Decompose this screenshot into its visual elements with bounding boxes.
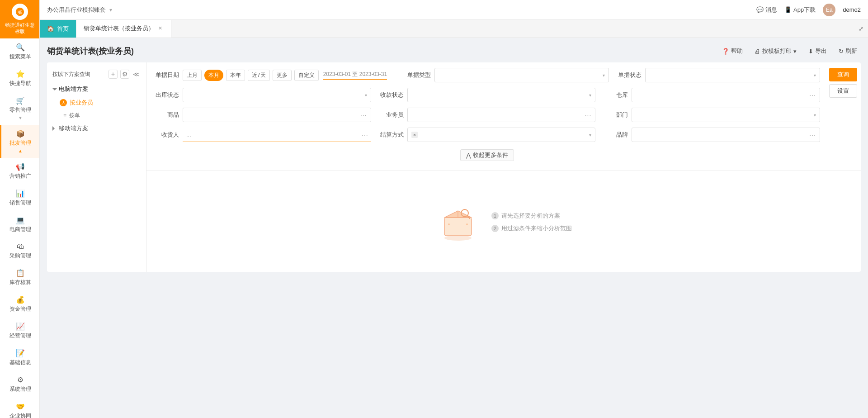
marketing-icon: 📢 (16, 162, 25, 171)
sidebar-item-marketing[interactable]: 📢 营销推广 (0, 158, 39, 185)
sidebar-item-inventory[interactable]: 📋 库存核算 (0, 264, 39, 291)
goods-control: ··· (183, 108, 371, 122)
scheme-settings-btn[interactable]: ⚙ (120, 70, 129, 79)
dept-select[interactable]: ▾ (632, 108, 820, 122)
topbar-right: 💬 消息 📱 App下载 Ea demo2 (756, 4, 861, 16)
date-range-display: 2023-03-01 至 2023-03-31 (323, 71, 387, 80)
date-btn-custom[interactable]: 自定义 (294, 70, 319, 81)
sidebar-item-cooperation[interactable]: 🤝 企业协同 (0, 398, 39, 418)
date-btn-this-month[interactable]: 本月 (204, 70, 223, 81)
sidebar-item-finance[interactable]: 💰 资金管理 (0, 291, 39, 318)
sidebar-item-sales[interactable]: 📊 销售管理 (0, 185, 39, 211)
tab-sales-stat[interactable]: 销货单统计表（按业务员） ✕ (76, 20, 171, 38)
breadcrumb-dropdown-icon[interactable]: ▾ (109, 7, 112, 13)
filter-salesman: 业务员 ··· (378, 108, 596, 122)
message-btn[interactable]: 💬 消息 (756, 6, 777, 14)
date-btn-7days[interactable]: 近7天 (248, 70, 270, 81)
date-filter-group: 上月 本月 本年 近7天 更多 自定义 2023-03-01 至 2023-03… (183, 70, 398, 81)
page-actions: ❓ 帮助 🖨 按模板打印 ▾ ⬇ 导出 ↻ 刷新 (718, 45, 861, 57)
filter-dept: 部门 ▾ (603, 108, 820, 122)
goods-dots-icon: ··· (360, 111, 367, 119)
avatar-label: Ea (826, 7, 833, 13)
scheme-header-actions: ＋ ⚙ ≪ (108, 70, 141, 79)
management-icon: 📈 (16, 322, 25, 331)
date-btn-last-month[interactable]: 上月 (183, 70, 202, 81)
bill-type-select[interactable]: ▾ (434, 68, 609, 82)
scheme-group-desktop-header[interactable]: 电脑端方案 (47, 82, 146, 96)
sidebar-item-search[interactable]: 🔍 搜索菜单 (0, 38, 39, 65)
query-button[interactable]: 查询 (829, 68, 857, 81)
sidebar-item-management[interactable]: 📈 经营管理 (0, 318, 39, 344)
app-download-btn[interactable]: 📱 App下载 (784, 6, 816, 14)
warehouse-label: 仓库 (603, 91, 628, 99)
settlement-clear-btn[interactable]: × (411, 132, 418, 138)
sidebar-item-retail[interactable]: 🛒 零售管理 ▼ (0, 92, 39, 125)
retail-arrow-icon: ▼ (18, 115, 23, 120)
sidebar-item-system[interactable]: ⚙ 系统管理 (0, 371, 39, 398)
sidebar-item-quicknav[interactable]: ⭐ 快捷导航 (0, 65, 39, 92)
sidebar-item-purchase[interactable]: 🛍 采购管理 (0, 238, 39, 264)
bill-type-label: 单据类型 (406, 71, 431, 79)
out-status-control: ▾ (183, 88, 371, 102)
salesman-select[interactable]: ··· (407, 108, 596, 122)
sidebar-item-basic-info[interactable]: 📝 基础信息 (0, 344, 39, 371)
search-nav-icon: 🔍 (16, 43, 25, 52)
sidebar: 畅 畅捷通好生意 标版 🔍 搜索菜单 ⭐ 快捷导航 🛒 零售管理 ▼ 📦 批发管… (0, 0, 40, 418)
refresh-btn[interactable]: ↻ 刷新 (835, 45, 861, 57)
scheme-item-by-bill[interactable]: ≡ 按单 (47, 109, 146, 122)
collapse-more-btn[interactable]: ⋀ 收起更多条件 (460, 149, 514, 161)
bill-status-select[interactable]: ▾ (645, 68, 820, 82)
sidebar-item-wholesale[interactable]: 📦 批发管理 ▲ (0, 125, 39, 158)
template-print-btn[interactable]: 🖨 按模板打印 ▾ (751, 45, 800, 57)
receiver-input[interactable] (183, 128, 371, 142)
scheme-collapse-btn[interactable]: ≪ (132, 70, 141, 79)
filter-row-4: 收货人 ··· 结算方式 (154, 128, 820, 142)
filter-layout: 按以下方案查询 ＋ ⚙ ≪ 电脑端方案 (47, 62, 861, 272)
tab-close-icon[interactable]: ✕ (157, 25, 164, 32)
logo-area[interactable]: 畅 畅捷通好生意 标版 (0, 0, 39, 38)
user-avatar[interactable]: Ea (823, 4, 835, 16)
sidebar-item-ecommerce[interactable]: 💻 电商管理 (0, 211, 39, 238)
payment-status-arrow-icon: ▾ (589, 93, 591, 98)
filter-area: 单据日期 上月 本月 本年 近7天 更多 自定义 (146, 62, 827, 170)
scheme-add-btn[interactable]: ＋ (108, 70, 118, 79)
warehouse-select[interactable]: ··· (632, 88, 820, 102)
setting-button[interactable]: 设置 (829, 84, 857, 98)
date-btn-this-year[interactable]: 本年 (226, 70, 245, 81)
bill-status-control: ▾ (645, 68, 820, 82)
tab-home[interactable]: 🏠 首页 (40, 20, 76, 38)
filter-receiver: 收货人 ··· (154, 128, 371, 142)
brand-select[interactable]: ··· (632, 128, 820, 142)
goods-select[interactable]: ··· (183, 108, 371, 122)
print-icon: 🖨 (755, 48, 760, 55)
scheme-group-mobile-header[interactable]: 移动端方案 (47, 122, 146, 135)
svg-point-2 (444, 235, 472, 241)
empty-texts: 1 请先选择要分析的方案 2 用过滤条件来缩小分析范围 (491, 212, 572, 233)
bill-status-label: 单据状态 (616, 71, 642, 79)
scheme-item-by-salesman[interactable]: 人 按业务员 (47, 96, 146, 109)
tab-expand-icon: ⤢ (859, 25, 863, 32)
help-btn[interactable]: ❓ 帮助 (718, 45, 746, 57)
refresh-icon: ↻ (839, 48, 844, 55)
main-area: 办公用品行业模拟账套 ▾ 💬 消息 📱 App下载 Ea demo2 🏠 首页 … (40, 0, 868, 418)
export-btn[interactable]: ⬇ 导出 (805, 45, 830, 57)
logo-icon: 畅 (12, 4, 28, 20)
inventory-icon: 📋 (16, 269, 25, 277)
filter-brand: 品牌 ··· (603, 128, 820, 142)
payment-status-select[interactable]: ▾ (407, 88, 596, 102)
warehouse-control: ··· (632, 88, 820, 102)
scheme-group-mobile: 移动端方案 (47, 122, 146, 135)
filter-out-status: 出库状态 ▾ (154, 88, 371, 102)
collapse-row: ⋀ 收起更多条件 (154, 147, 820, 165)
page-header: 销货单统计表(按业务员) ❓ 帮助 🖨 按模板打印 ▾ ⬇ 导出 ↻ 刷新 (47, 45, 861, 57)
tab-expand-btn[interactable]: ⤢ (854, 20, 868, 38)
date-btn-more[interactable]: 更多 (273, 70, 292, 81)
filter-payment-status: 收款状态 ▾ (378, 88, 596, 102)
topbar-left: 办公用品行业模拟账套 ▾ (47, 6, 112, 14)
settlement-arrow-icon: ▾ (589, 133, 591, 138)
payment-status-control: ▾ (407, 88, 596, 102)
brand-control: ··· (632, 128, 820, 142)
out-status-select[interactable]: ▾ (183, 88, 371, 102)
settlement-select[interactable]: × ▾ (407, 128, 596, 142)
settlement-label: 结算方式 (378, 131, 404, 139)
